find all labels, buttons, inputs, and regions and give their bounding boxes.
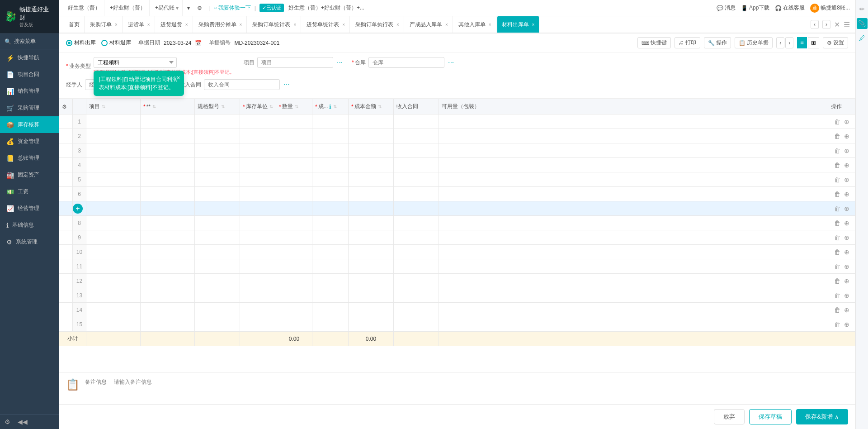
available-qty-cell[interactable]: [439, 288, 828, 303]
th-settings[interactable]: ⚙: [59, 99, 73, 114]
tab-close-inbound-stats[interactable]: ×: [342, 22, 345, 27]
delete-row-icon[interactable]: 🗑: [833, 291, 841, 300]
delete-row-icon[interactable]: 🗑: [833, 146, 841, 155]
sidebar-item-ledger[interactable]: 📒 总账管理: [0, 150, 59, 167]
material-cell[interactable]: [141, 172, 195, 187]
unit-cell[interactable]: [240, 303, 276, 317]
tab-close-material[interactable]: ×: [532, 22, 535, 27]
copy-row-icon[interactable]: ⊕: [843, 320, 850, 329]
operate-btn[interactable]: 🔧 操作: [704, 37, 731, 48]
income-contract-cell[interactable]: [394, 143, 439, 158]
cost-amount-cell[interactable]: [349, 201, 394, 216]
item-input[interactable]: [86, 203, 140, 214]
spec-cell[interactable]: [195, 158, 240, 172]
cost-amount-cell[interactable]: [349, 172, 394, 187]
tab-inbound-stats[interactable]: 进货单统计表 ×: [302, 16, 350, 33]
income-contract-cell[interactable]: [394, 172, 439, 187]
income-contract-cell[interactable]: [394, 303, 439, 317]
spec-cell[interactable]: [195, 216, 240, 230]
spec-cell[interactable]: [195, 288, 240, 303]
copy-row-icon[interactable]: ⊕: [843, 204, 850, 213]
save-new-button[interactable]: 保存&新增 ∧: [796, 409, 848, 424]
copy-row-icon[interactable]: ⊕: [843, 190, 850, 199]
material-cell[interactable]: [141, 317, 195, 332]
spec-cell[interactable]: [195, 259, 240, 274]
copy-row-icon[interactable]: ⊕: [843, 291, 850, 300]
cost-price-cell[interactable]: [312, 245, 349, 259]
available-qty-cell[interactable]: [439, 143, 828, 158]
available-qty-cell[interactable]: [439, 259, 828, 274]
cost-amount-cell[interactable]: [349, 259, 394, 274]
material-cell-active[interactable]: [141, 201, 195, 216]
tab-order-exec[interactable]: 采购订单执行表 ×: [351, 16, 404, 33]
item-cell[interactable]: [86, 129, 141, 143]
right-pen-icon[interactable]: 🖊: [857, 33, 868, 43]
qty-cell[interactable]: [276, 143, 312, 158]
spec-cell[interactable]: [195, 201, 240, 216]
qty-cell[interactable]: [276, 245, 312, 259]
income-contract-cell[interactable]: [394, 216, 439, 230]
available-qty-cell[interactable]: [439, 216, 828, 230]
cost-price-cell[interactable]: [312, 114, 349, 129]
cost-price-cell[interactable]: [312, 303, 349, 317]
spec-cell[interactable]: [195, 230, 240, 245]
copy-row-icon[interactable]: ⊕: [843, 175, 850, 184]
radio-outbound[interactable]: 材料出库: [66, 39, 96, 47]
delete-row-icon[interactable]: 🗑: [833, 161, 841, 170]
add-row-button[interactable]: +: [73, 204, 83, 214]
right-clip-icon[interactable]: 📎: [857, 18, 868, 29]
copy-row-icon[interactable]: ⊕: [843, 233, 850, 242]
tab-close-return[interactable]: ×: [185, 22, 188, 27]
qty-cell[interactable]: [276, 317, 312, 332]
cost-amount-cell[interactable]: [349, 129, 394, 143]
material-cell[interactable]: [141, 245, 195, 259]
collapse-icon[interactable]: ◀◀: [18, 418, 28, 425]
delete-row-icon[interactable]: 🗑: [833, 132, 841, 141]
cost-amount-cell[interactable]: [349, 158, 394, 172]
sidebar-item-operation[interactable]: 📈 经营管理: [0, 200, 59, 217]
sidebar-item-sales[interactable]: 📊 销售管理: [0, 83, 59, 100]
view-list-btn[interactable]: ≡: [797, 37, 807, 48]
copy-row-icon[interactable]: ⊕: [843, 305, 850, 315]
save-draft-button[interactable]: 保存草稿: [749, 409, 792, 424]
cost-price-cell[interactable]: [312, 317, 349, 332]
unit-cell[interactable]: [240, 288, 276, 303]
user-action[interactable]: 通 畅捷通8账...: [810, 4, 850, 13]
delete-row-icon[interactable]: 🗑: [833, 117, 841, 126]
spec-cell[interactable]: [195, 303, 240, 317]
qty-cell[interactable]: [276, 274, 312, 288]
income-contract-cell[interactable]: [394, 274, 439, 288]
cost-price-cell[interactable]: [312, 274, 349, 288]
spec-cell[interactable]: [195, 274, 240, 288]
unit-cell[interactable]: [240, 114, 276, 129]
settings-top-icon[interactable]: ⚙: [194, 5, 205, 11]
copy-row-icon[interactable]: ⊕: [843, 132, 850, 141]
income-contract-cell[interactable]: [394, 158, 439, 172]
unit-cell[interactable]: [240, 259, 276, 274]
copy-row-icon[interactable]: ⊕: [843, 161, 850, 170]
available-qty-cell[interactable]: [439, 158, 828, 172]
tab-home[interactable]: 首页: [64, 16, 85, 33]
cost-amount-cell[interactable]: [349, 303, 394, 317]
project-dots[interactable]: ···: [337, 58, 343, 67]
income-contract-cell[interactable]: [394, 259, 439, 274]
unit-cell[interactable]: [240, 143, 276, 158]
material-cell[interactable]: [141, 230, 195, 245]
qty-cell[interactable]: [276, 230, 312, 245]
copy-row-icon[interactable]: ⊕: [843, 248, 850, 257]
available-qty-cell[interactable]: [439, 230, 828, 245]
cost-amount-cell[interactable]: [349, 187, 394, 201]
material-cell[interactable]: [141, 259, 195, 274]
income-contract-cell[interactable]: [394, 114, 439, 129]
spec-cell[interactable]: [195, 187, 240, 201]
available-qty-cell[interactable]: [439, 114, 828, 129]
qty-cell[interactable]: [276, 187, 312, 201]
qty-cell[interactable]: [276, 201, 312, 216]
cost-amount-cell[interactable]: [349, 114, 394, 129]
sidebar-item-purchase[interactable]: 🛒 采购管理: [0, 100, 59, 116]
unit-cell[interactable]: [240, 230, 276, 245]
sidebar-item-inventory[interactable]: 📦 库存核算: [0, 116, 59, 133]
tab-expense-split[interactable]: 采购费用分摊单 ×: [194, 16, 247, 33]
page-settings-btn[interactable]: ⚙ 设置: [823, 37, 848, 48]
cost-amount-cell[interactable]: [349, 143, 394, 158]
